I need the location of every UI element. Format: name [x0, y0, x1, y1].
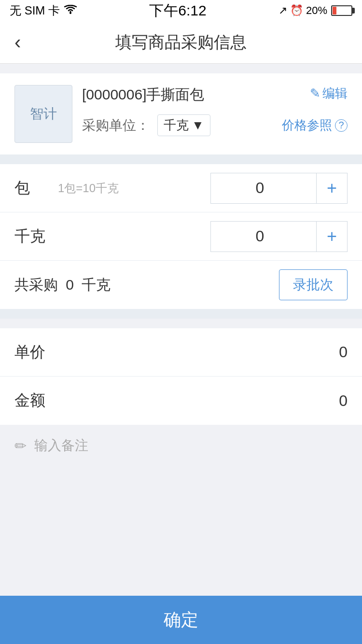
status-time: 下午6:12: [149, 1, 206, 21]
record-batch-button[interactable]: 录批次: [279, 269, 348, 300]
battery-icon: [331, 5, 352, 16]
status-bar: 无 SIM 卡 下午6:12 ↗ ⏰ 20%: [0, 0, 362, 21]
unit-value: 千克: [164, 117, 189, 134]
purchase-unit-row: 采购单位： 千克 ▼ 价格参照 ?: [82, 114, 348, 136]
price-ref-label: 价格参照: [282, 117, 332, 134]
unit-price-value: 0: [339, 343, 348, 361]
kg-input-row: 千克 +: [0, 212, 362, 261]
remark-placeholder: 输入备注: [34, 436, 88, 455]
edit-label: 编辑: [322, 85, 348, 102]
product-name: [0000006]手撕面包: [82, 85, 310, 105]
divider-1: [0, 154, 362, 164]
status-right: ↗ ⏰ 20%: [278, 4, 352, 17]
dropdown-arrow-icon: ▼: [192, 118, 204, 133]
product-logo: 智计: [30, 106, 57, 122]
bag-sublabel: 1包=10千克: [58, 181, 119, 196]
summary-row: 共采购 0 千克 录批次: [0, 261, 362, 309]
input-section: 包 1包=10千克 + 千克 +: [0, 164, 362, 261]
sim-status: 无 SIM 卡: [10, 3, 60, 18]
price-info-section: 单价 0 金额 0: [0, 328, 362, 425]
edit-icon: ✎: [310, 86, 320, 101]
product-image: 智计: [14, 85, 72, 143]
unit-label: 采购单位：: [82, 116, 150, 135]
kg-label: 千克: [14, 226, 53, 247]
summary-prefix: 共采购: [14, 277, 58, 293]
product-info: [0000006]手撕面包 ✎ 编辑 采购单位： 千克 ▼ 价格参照 ?: [82, 85, 348, 136]
confirm-button[interactable]: 确定: [164, 608, 198, 632]
svg-point-0: [70, 12, 71, 14]
page-title: 填写商品采购信息: [115, 31, 247, 54]
summary-text: 共采购 0 千克: [14, 275, 111, 295]
bag-plus-button[interactable]: +: [317, 173, 348, 204]
battery-percent: 20%: [306, 4, 327, 17]
summary-value: 0: [66, 277, 74, 293]
unit-dropdown[interactable]: 千克 ▼: [157, 114, 210, 136]
bag-quantity-input[interactable]: [210, 173, 317, 204]
unit-price-label: 单价: [14, 342, 45, 363]
kg-quantity-input[interactable]: [210, 221, 317, 252]
back-button[interactable]: ‹: [14, 31, 21, 53]
remark-section[interactable]: ✏ 输入备注: [0, 425, 362, 466]
kg-plus-button[interactable]: +: [317, 221, 348, 252]
alarm-icon: ⏰: [290, 4, 303, 17]
bag-input-row: 包 1包=10千克 +: [0, 164, 362, 212]
amount-row: 金额 0: [0, 377, 362, 425]
nav-bar: ‹ 填写商品采购信息: [0, 21, 362, 64]
bag-label: 包: [14, 178, 53, 199]
price-ref-help-icon: ?: [335, 119, 348, 132]
product-header: [0000006]手撕面包 ✎ 编辑: [82, 85, 348, 105]
price-ref-button[interactable]: 价格参照 ?: [282, 117, 348, 134]
confirm-bar[interactable]: 确定: [0, 596, 362, 644]
remark-pencil-icon: ✏: [14, 437, 27, 454]
wifi-icon: [64, 4, 77, 17]
status-left: 无 SIM 卡: [10, 3, 77, 18]
edit-button[interactable]: ✎ 编辑: [310, 85, 348, 102]
divider-2: [0, 309, 362, 319]
amount-value: 0: [339, 392, 348, 410]
content-spacer: [0, 466, 362, 611]
bag-quantity-control: +: [210, 173, 348, 204]
kg-quantity-control: +: [210, 221, 348, 252]
location-icon: ↗: [278, 4, 287, 17]
unit-price-row: 单价 0: [0, 328, 362, 377]
product-card: 智计 [0000006]手撕面包 ✎ 编辑 采购单位： 千克 ▼ 价格参照 ?: [0, 73, 362, 154]
amount-label: 金额: [14, 390, 45, 411]
summary-unit: 千克: [82, 277, 111, 293]
